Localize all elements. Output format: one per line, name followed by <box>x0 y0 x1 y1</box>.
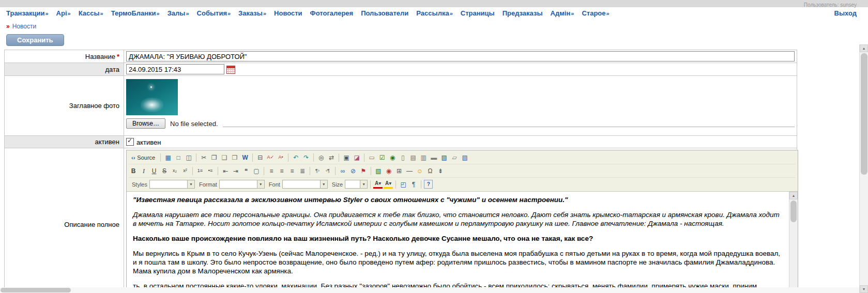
about-icon[interactable]: ? <box>424 180 433 189</box>
page-scroll-down-icon[interactable]: ▼ <box>860 285 868 293</box>
nav-item-12[interactable]: Страницы <box>461 9 495 17</box>
nav-item-11[interactable]: Рассылка» <box>416 9 452 17</box>
toolbar-separator <box>264 167 264 175</box>
source-button[interactable]: ‹›Source <box>129 155 158 161</box>
outdent-icon[interactable]: ⇤ <box>221 166 230 176</box>
link-icon[interactable]: ∞ <box>338 166 347 176</box>
bullet-list-icon[interactable]: •≡ <box>206 166 215 176</box>
calendar-icon[interactable] <box>226 66 235 74</box>
bidi-ltr-icon[interactable]: ¶› <box>313 166 322 176</box>
editor-scroll-up-icon[interactable]: ▲ <box>789 192 798 199</box>
text-color-icon[interactable]: A▾ <box>373 180 383 189</box>
nav-item-15[interactable]: Старое» <box>582 9 609 17</box>
nav-item-4[interactable]: ТермоБланки» <box>111 9 160 17</box>
indent-icon[interactable]: ⇥ <box>231 166 240 176</box>
page-vertical-scrollbar[interactable]: ▲ ▼ <box>859 44 868 293</box>
checkbox-field-icon[interactable]: ☑ <box>377 153 387 162</box>
nav-item-10[interactable]: Пользователи <box>361 9 408 17</box>
editor-scroll-thumb[interactable] <box>790 201 797 222</box>
nav-item-8[interactable]: Новости <box>274 9 302 17</box>
preview-icon[interactable]: ◫ <box>184 153 193 162</box>
button-field-icon[interactable]: ▬ <box>429 153 438 162</box>
special-char-icon[interactable]: Ω <box>425 166 435 176</box>
styles-dropdown[interactable]: ▼ <box>149 180 195 189</box>
nav-item-9[interactable]: Фотогалерея <box>310 9 354 17</box>
strike-icon[interactable]: S <box>160 166 169 176</box>
size-dropdown[interactable]: ▼ <box>345 180 368 189</box>
image-button-icon[interactable]: ▨ <box>439 153 449 162</box>
numbered-list-icon[interactable]: 1≡ <box>195 166 205 176</box>
date-input[interactable] <box>126 64 224 74</box>
nav-items: Транзакции»Api»Кассы»ТермоБланки»Залы»Со… <box>6 9 834 17</box>
title-input[interactable] <box>126 51 795 61</box>
nav-item-6[interactable]: События» <box>197 9 231 17</box>
smiley-icon[interactable]: ☺ <box>415 166 424 176</box>
nav-item-13[interactable]: Предзаказы <box>502 9 543 17</box>
page-horizontal-scrollbar[interactable] <box>0 287 859 293</box>
nav-item-2[interactable]: Api» <box>56 9 71 17</box>
justify-icon[interactable]: ≣ <box>298 166 307 176</box>
undo-icon[interactable]: ↶ <box>291 153 300 162</box>
paste-icon[interactable]: ❑ <box>220 153 229 162</box>
save-icon[interactable]: ▦ <box>163 153 173 162</box>
new-page-icon[interactable]: □ <box>174 153 183 162</box>
cut-icon[interactable]: ✂ <box>199 153 208 162</box>
nav-item-1[interactable]: Транзакции» <box>6 9 49 17</box>
paste-text-icon[interactable]: ❒ <box>230 153 239 162</box>
bidi-rtl-icon[interactable]: ‹¶ <box>323 166 332 176</box>
subscript-icon[interactable]: x₂ <box>170 166 179 176</box>
maximize-icon[interactable]: ◰ <box>399 180 408 189</box>
bg-color-icon[interactable]: A▾ <box>384 180 393 189</box>
show-blocks-icon[interactable]: ¶ <box>409 180 418 189</box>
text-field-icon[interactable]: ▯ <box>398 153 407 162</box>
select-field-icon[interactable]: ▥ <box>419 153 428 162</box>
select-all-icon[interactable]: ▣ <box>342 153 351 162</box>
copy-icon[interactable]: ❐ <box>209 153 219 162</box>
page-scroll-up-icon[interactable]: ▲ <box>860 44 868 52</box>
redo-icon[interactable]: ↷ <box>301 153 311 162</box>
format-dropdown[interactable]: ▼ <box>219 180 265 189</box>
page-hscroll-thumb[interactable] <box>1 288 71 292</box>
nav-item-14[interactable]: Адмін» <box>551 9 574 17</box>
page-scroll-thumb[interactable] <box>861 53 867 175</box>
superscript-icon[interactable]: x² <box>180 166 190 176</box>
editor-content[interactable]: "Известная певица рассказала в эксклюзив… <box>127 192 789 293</box>
breadcrumb-link[interactable]: Новости <box>12 23 36 30</box>
browse-button[interactable]: Browse… <box>126 118 165 129</box>
print-icon[interactable]: ⊟ <box>255 153 265 162</box>
editor-scrollbar[interactable]: ▲ ▼ <box>789 192 798 293</box>
italic-icon[interactable]: I <box>139 166 148 176</box>
font-dropdown[interactable]: ▼ <box>282 180 328 189</box>
nav-item-5[interactable]: Залы» <box>167 9 189 17</box>
templates-icon[interactable]: ▧ <box>460 153 469 162</box>
page-break-icon[interactable]: ⇟ <box>436 166 445 176</box>
unlink-icon[interactable]: ⊘ <box>348 166 358 176</box>
form-icon[interactable]: ▭ <box>367 153 376 162</box>
align-right-icon[interactable]: ≡ <box>287 166 297 176</box>
anchor-icon[interactable]: ⚑ <box>359 166 368 176</box>
hr-icon[interactable]: ― <box>405 166 414 176</box>
textarea-field-icon[interactable]: ▤ <box>408 153 418 162</box>
hidden-field-icon[interactable]: ▱ <box>450 153 459 162</box>
image-icon[interactable]: ▧ <box>374 166 383 176</box>
radio-field-icon[interactable]: ◉ <box>388 153 397 162</box>
replace-icon[interactable]: ⇄ <box>327 153 336 162</box>
nav-item-3[interactable]: Кассы» <box>79 9 103 17</box>
table-icon[interactable]: ⊞ <box>394 166 404 176</box>
logout-link[interactable]: Выход <box>834 9 857 17</box>
remove-format-icon[interactable]: ◪ <box>352 153 361 162</box>
find-icon[interactable]: ◎ <box>316 153 326 162</box>
align-center-icon[interactable]: ≡ <box>277 166 286 176</box>
active-checkbox[interactable] <box>126 138 134 146</box>
save-button[interactable]: Сохранить <box>6 34 64 46</box>
scayt-icon[interactable]: A• <box>276 153 285 162</box>
bold-icon[interactable]: B <box>129 166 138 176</box>
spellcheck-icon[interactable]: A✓ <box>266 153 275 162</box>
flash-icon[interactable]: ◉ <box>384 166 393 176</box>
nav-item-7[interactable]: Заказы» <box>238 9 266 17</box>
align-left-icon[interactable]: ≡ <box>267 166 276 176</box>
blockquote-icon[interactable]: ❝ <box>241 166 251 176</box>
underline-icon[interactable]: U <box>149 166 159 176</box>
div-icon[interactable]: ▢ <box>252 166 261 176</box>
paste-word-icon[interactable]: W <box>240 153 250 162</box>
